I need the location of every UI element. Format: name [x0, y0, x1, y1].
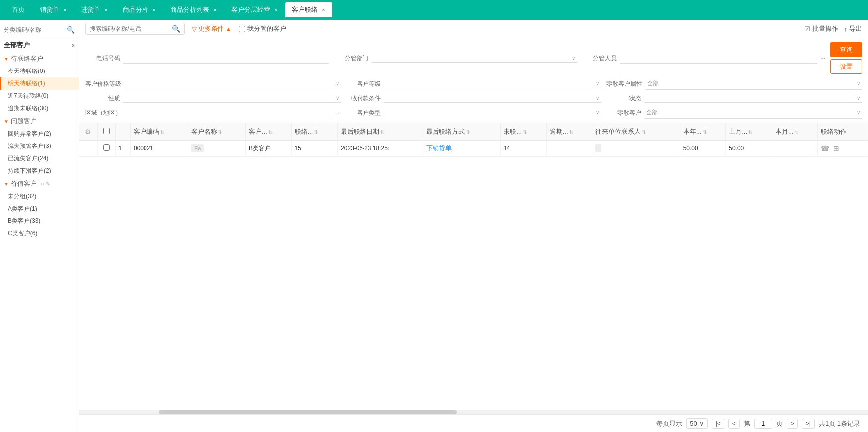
sidebar-item-class-b[interactable]: B类客户(33) — [0, 215, 79, 227]
filter-icon: ▽ — [192, 25, 197, 33]
main-search-input[interactable] — [90, 25, 170, 32]
sidebar-item-tomorrow[interactable]: 明天待联络(1) — [0, 77, 79, 90]
nav-item-customer-contact[interactable]: 客户联络 × — [285, 2, 332, 17]
sort-lastmonth-icon: ⇅ — [748, 129, 752, 135]
search-box[interactable]: 🔍 — [85, 23, 185, 35]
nav-close-customer-layer[interactable]: × — [274, 7, 277, 13]
top-nav: 首页 销货单 × 进货单 × 商品分析 × 商品分析列表 × 客户分层经营 × … — [0, 0, 868, 20]
sidebar-item-7days[interactable]: 近7天待联络(0) — [0, 90, 79, 102]
my-customer-checkbox-area[interactable]: 我分管的客户 — [239, 24, 286, 33]
region-input[interactable] — [124, 108, 333, 118]
per-page-arrow: ∨ — [699, 420, 704, 427]
per-page-select[interactable]: 50 ∨ — [686, 418, 707, 429]
th-last-method: 最后联络方式⇅ — [423, 123, 500, 141]
retail-customer-select[interactable]: 全部 ∨ — [644, 107, 862, 119]
sidebar-item-churn-warning[interactable]: 流失预警客户(3) — [0, 140, 79, 152]
nav-home[interactable]: 首页 — [5, 2, 32, 17]
th-contact: 联络...⇅ — [291, 123, 338, 141]
sidebar-item-declining[interactable]: 持续下滑客户(2) — [0, 165, 79, 177]
filter-row-1: 电话号码 分管部门 ∨ 分管人员 ··· 查询 设置 — [85, 42, 862, 74]
dept-select[interactable]: ∨ — [371, 54, 577, 63]
horizontal-scrollbar[interactable] — [79, 410, 868, 414]
export-btn[interactable]: ↑ 导出 — [844, 24, 863, 33]
row-checkbox[interactable] — [103, 144, 110, 151]
first-page-btn[interactable]: |< — [712, 419, 724, 429]
region-dots[interactable]: ··· — [336, 109, 341, 116]
customer-level-select[interactable]: ∨ — [384, 79, 602, 88]
scrollbar-thumb[interactable] — [159, 410, 457, 414]
filter-phone: 电话号码 — [85, 53, 329, 64]
payment-select[interactable]: ∨ — [384, 94, 602, 103]
grid-action-icon[interactable]: ⊞ — [833, 144, 839, 152]
customer-type-select[interactable]: ∨ — [384, 108, 602, 117]
chevron-up-icon: ▲ — [225, 25, 232, 33]
my-customer-checkbox[interactable] — [239, 26, 245, 32]
manager-dots[interactable]: ··· — [820, 55, 825, 62]
manager-input[interactable] — [620, 53, 817, 64]
last-page-btn[interactable]: >| — [802, 419, 815, 429]
next-page-btn[interactable]: > — [787, 419, 798, 429]
data-table-area: ⚙ 客户编码⇅ 客户名称⇅ 客户...⇅ — [79, 123, 868, 410]
status-select[interactable]: ∨ — [644, 94, 862, 103]
sidebar-item-class-a[interactable]: A类客户(1) — [0, 203, 79, 215]
nav-close-purchase[interactable]: × — [104, 7, 107, 13]
all-customers-header[interactable]: 全部客户 « — [0, 38, 79, 52]
price-level-arrow: ∨ — [336, 81, 339, 86]
advanced-filter-panel: 电话号码 分管部门 ∨ 分管人员 ··· 查询 设置 — [79, 38, 868, 123]
nav-close-product-list[interactable]: × — [213, 7, 216, 13]
group-title-pending: ▼ 待联络客户 — [0, 52, 79, 65]
nav-item-product-list[interactable]: 商品分析列表 × — [163, 2, 223, 17]
select-all-checkbox[interactable] — [103, 128, 110, 134]
price-level-select[interactable]: ∨ — [124, 79, 341, 88]
row-gear-cell — [79, 141, 97, 157]
filter-payment: 收付款条件 ∨ — [346, 94, 602, 103]
status-arrow: ∨ — [857, 95, 860, 101]
query-button[interactable]: 查询 — [830, 42, 862, 57]
customer-level-arrow: ∨ — [596, 81, 599, 86]
sidebar-item-ungrouped[interactable]: 未分组(32) — [0, 190, 79, 203]
sidebar-item-overdue[interactable]: 逾期未联络(30) — [0, 102, 79, 115]
content-area: 🔍 ▽ 更多条件 ▲ 我分管的客户 ☑ 批量操作 ↑ 导出 — [79, 20, 868, 432]
th-this-year: 本年...⇅ — [680, 123, 726, 141]
customer-table: ⚙ 客户编码⇅ 客户名称⇅ 客户...⇅ — [79, 123, 868, 157]
more-conditions-btn[interactable]: ▽ 更多条件 ▲ — [189, 23, 235, 35]
nav-close-sales[interactable]: × — [63, 7, 66, 13]
sidebar-search-icon[interactable]: 🔍 — [67, 26, 75, 34]
row-actions: ☎ ⊞ — [818, 141, 868, 157]
nav-close-customer-contact[interactable]: × — [322, 7, 325, 13]
th-code: 客户编码⇅ — [130, 123, 188, 141]
sidebar-item-today[interactable]: 今天待联络(0) — [0, 65, 79, 77]
phone-action-icon[interactable]: ☎ — [821, 144, 829, 152]
sidebar-item-abnormal[interactable]: 回购异常客户(2) — [0, 128, 79, 140]
batch-operation-btn[interactable]: ☑ 批量操作 — [804, 24, 838, 33]
th-unit-contact: 往来单位联系人⇅ — [592, 123, 680, 141]
sidebar-search-input[interactable] — [4, 26, 67, 33]
row-unit-contact — [592, 141, 680, 157]
page-unit-label: 页 — [776, 419, 783, 428]
retail-customer-arrow: ∨ — [857, 110, 860, 115]
filter-customer-level: 客户等级 ∨ — [346, 79, 602, 88]
nav-item-purchase[interactable]: 进货单 × — [74, 2, 114, 17]
gear-icon[interactable]: ⚙ — [85, 128, 91, 136]
nav-item-sales[interactable]: 销货单 × — [33, 2, 73, 17]
sort-overdue-icon: ⇅ — [569, 129, 573, 135]
nature-select[interactable]: ∨ — [123, 94, 341, 103]
last-method-link[interactable]: 下销货单 — [426, 144, 452, 152]
nav-close-product-analysis[interactable]: × — [152, 7, 155, 13]
sort-thismonth-icon: ⇅ — [795, 129, 798, 135]
sidebar-item-churned[interactable]: 已流失客户(24) — [0, 152, 79, 165]
prev-page-btn[interactable]: < — [728, 419, 740, 429]
phone-input[interactable] — [123, 53, 329, 64]
set-button[interactable]: 设置 — [830, 59, 862, 74]
sidebar-item-class-c[interactable]: C类客户(6) — [0, 227, 79, 240]
filter-row-4: 区域（地区） ··· 客户类型 ∨ 零散客户 全部 ∨ — [85, 107, 862, 119]
page-number-input[interactable] — [754, 419, 772, 429]
filter-row-3: 性质 ∨ 收付款条件 ∨ 状态 — [85, 94, 862, 103]
sidebar-search-bar: 🔍 — [0, 24, 79, 36]
nav-item-product-analysis[interactable]: 商品分析 × — [116, 2, 162, 17]
row-checkbox-cell — [97, 141, 115, 157]
retail-attr-select[interactable]: 全部 ∨ — [645, 78, 862, 90]
main-search-icon[interactable]: 🔍 — [172, 25, 180, 33]
triangle-icon-3: ▼ — [4, 181, 9, 187]
nav-item-customer-layer[interactable]: 客户分层经营 × — [224, 2, 284, 17]
